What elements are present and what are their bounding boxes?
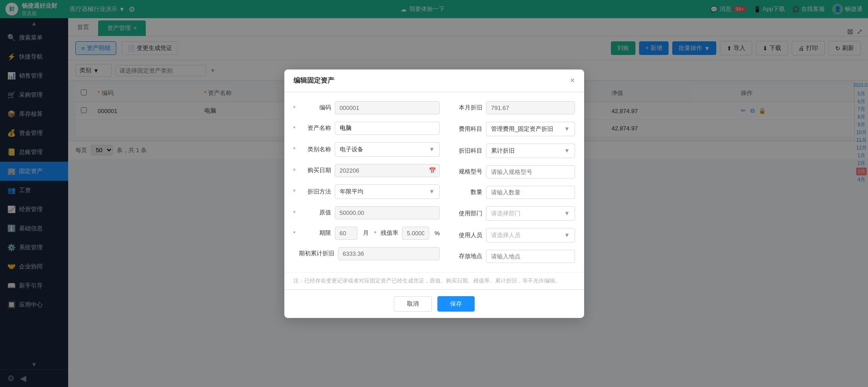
monthly-dep-input[interactable]	[486, 101, 575, 114]
expense-subject-chevron-icon: ▼	[564, 125, 570, 132]
category-label: 类别名称	[299, 145, 331, 154]
residual-rate-input[interactable]	[402, 227, 429, 240]
expense-subject-select[interactable]: 管理费用_固定资产折旧 ▼	[486, 122, 575, 136]
period-input[interactable]	[335, 227, 357, 240]
edit-asset-modal: 编辑固定资产 × * 编码 * 资产名称 *	[284, 69, 584, 318]
department-select[interactable]: 请选择部门 ▼	[486, 206, 575, 221]
personnel-select[interactable]: 请选择人员 ▼	[486, 228, 575, 243]
period-required: *	[293, 230, 296, 237]
period-unit: 月	[363, 229, 369, 237]
dep-subject-label: 折旧科目	[451, 147, 482, 155]
expense-subject-label: 费用科目	[451, 125, 482, 133]
residual-rate-label: 残值率	[380, 229, 398, 237]
modal-note: 注：已经存在变更记录或者对应固定资产已经生成凭证，原值、购买日期、残值率、累计折…	[293, 278, 560, 284]
period-label: 期限	[299, 229, 331, 237]
original-value-label: 原值	[299, 208, 331, 217]
dep-subject-select[interactable]: 累计折旧 ▼	[486, 144, 575, 158]
dep-subject-chevron-icon: ▼	[564, 147, 570, 154]
dep-method-select[interactable]: 年限平均 ▼	[335, 184, 440, 199]
storage-input[interactable]	[486, 250, 575, 263]
category-select[interactable]: 电子设备 ▼	[335, 142, 440, 157]
monthly-dep-label: 本月折旧	[451, 104, 482, 112]
quantity-label: 数量	[451, 188, 482, 196]
purchase-date-label: 购买日期	[299, 166, 331, 174]
code-required: *	[293, 104, 296, 111]
personnel-chevron-icon: ▼	[564, 232, 570, 238]
modal-close-btn[interactable]: ×	[570, 76, 575, 85]
save-button[interactable]: 保存	[437, 296, 475, 312]
calendar-icon[interactable]: 📅	[429, 167, 436, 174]
department-placeholder: 请选择部门	[491, 209, 521, 218]
residual-rate-required: *	[374, 230, 377, 237]
code-label: 编码	[299, 104, 331, 112]
department-label: 使用部门	[451, 209, 482, 218]
asset-name-input[interactable]	[335, 122, 440, 135]
initial-dep-label: 期初累计折旧	[293, 249, 334, 258]
storage-label: 存放地点	[451, 252, 482, 260]
spec-label: 规格型号	[451, 168, 482, 176]
initial-dep-input[interactable]	[338, 247, 440, 260]
quantity-input[interactable]	[486, 186, 575, 199]
personnel-placeholder: 请选择人员	[491, 231, 521, 239]
asset-name-label: 资产名称	[299, 124, 331, 132]
category-chevron-icon: ▼	[429, 146, 435, 153]
category-required: *	[293, 146, 296, 153]
cancel-button[interactable]: 取消	[394, 296, 432, 312]
code-input[interactable]	[335, 101, 440, 114]
original-value-input[interactable]	[335, 206, 440, 219]
purchase-date-required: *	[293, 167, 296, 174]
personnel-label: 使用人员	[451, 231, 482, 239]
dep-method-required: *	[293, 188, 296, 195]
modal-overlay: 编辑固定资产 × * 编码 * 资产名称 *	[0, 0, 868, 387]
original-value-required: *	[293, 209, 296, 216]
asset-name-required: *	[293, 125, 296, 132]
spec-input[interactable]	[486, 165, 575, 179]
dep-method-chevron-icon: ▼	[429, 188, 435, 195]
residual-rate-unit: %	[435, 230, 440, 237]
modal-title: 编辑固定资产	[293, 76, 334, 85]
department-chevron-icon: ▼	[564, 210, 570, 217]
purchase-date-input[interactable]	[335, 164, 440, 177]
dep-method-label: 折旧方法	[299, 188, 331, 196]
